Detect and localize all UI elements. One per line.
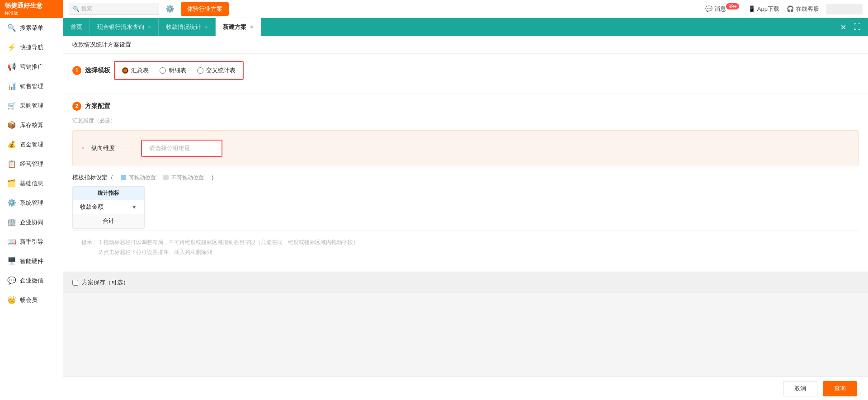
non-draggable-legend: 不可拖动位置 [163,174,204,182]
sidebar-item-label-quicknav: 快捷导航 [20,43,43,52]
step1-header: 1 选择模板 汇总表 明细表 交叉统计表 [72,61,859,80]
wechat-icon: 💬 [7,276,16,285]
draggable-legend: 可拖动位置 [121,174,156,182]
dimension-row: * 纵向维度 —— 请选择分组维度 [82,140,849,157]
template-options: 汇总表 明细表 交叉统计表 [114,61,244,80]
indicator-label-row: 模板指标设定（ 可拖动位置 不可拖动位置 ） [72,174,859,182]
settings-button[interactable]: ⚙️ [164,3,176,15]
sales-icon: 📊 [7,82,16,90]
stat-dropdown-button[interactable]: ▼ [132,204,137,210]
indicator-label-close: ） [211,174,217,182]
sidebar-item-label-hardware: 智能硬件 [20,257,43,265]
enterprise-icon: 🏢 [7,218,16,226]
draggable-label: 可拖动位置 [129,174,156,182]
sidebar-item-label-guide: 新手引导 [20,238,43,246]
sidebar-item-system[interactable]: ⚙️ 系统管理 [0,193,63,212]
tab-home-label: 首页 [71,23,82,31]
stat-table-header: 统计指标 [73,187,144,200]
page-content: 收款情况统计方案设置 1 选择模板 汇总表 明细表 [63,36,868,376]
tab-close-all-button[interactable]: ✕ [839,21,848,33]
stat-table-sum: 合计 [73,214,144,228]
query-button[interactable]: 查询 [823,381,857,396]
stat-table-row-amount[interactable]: 收款金额 ▼ [73,200,144,214]
sidebar-item-wechat[interactable]: 💬 企业微信 [0,271,63,290]
sidebar-item-enterprise[interactable]: 🏢 企业协同 [0,212,63,232]
dimension-label: 汇总维度（必选） [72,117,859,125]
stat-sum-label: 合计 [103,217,114,224]
sidebar-item-finance[interactable]: 💰 资金管理 [0,135,63,154]
step2-header: 2 方案配置 [72,102,859,111]
step1-badge: 1 [72,66,81,75]
dimension-select[interactable]: 请选择分组维度 [141,140,222,157]
step2-title: 方案配置 [85,102,110,110]
tab-receipt-stat-close[interactable]: × [205,24,208,30]
guide-icon: 📖 [7,237,16,246]
sidebar-item-label-finance: 资金管理 [20,141,43,149]
sidebar-item-quicknav[interactable]: ⚡ 快捷导航 [0,38,63,57]
sidebar-item-label-enterprise: 企业协同 [20,218,43,226]
sidebar-item-label-sales: 销售管理 [20,82,43,90]
industry-button[interactable]: 体验行业方案 [181,2,229,16]
tab-cashflow-close[interactable]: × [148,24,151,30]
template-radio-detail[interactable] [160,67,166,74]
download-item[interactable]: 📱 App下载 [748,5,779,13]
app-logo: 畅捷通好生意 标准版 [0,0,63,18]
template-option-summary[interactable]: 汇总表 [122,66,149,75]
template-label-summary: 汇总表 [131,66,149,75]
member-icon: 👑 [7,296,16,304]
sidebar-item-hardware[interactable]: 🖥️ 智能硬件 [0,251,63,271]
service-label: 在线客服 [796,5,819,13]
finance-icon: 💰 [7,140,16,149]
stat-table: 统计指标 收款金额 ▼ 合计 [72,186,145,229]
inventory-icon: 📦 [7,121,16,129]
page-title: 收款情况统计方案设置 [72,41,131,48]
tab-cashflow[interactable]: 现金银行流水查询 × [90,18,159,36]
search-bar[interactable]: 🔍 搜索 [69,3,159,15]
tab-receipt-stat[interactable]: 收款情况统计 × [159,18,216,36]
sidebar-item-member[interactable]: 👑 畅会员 [0,290,63,310]
notification-icon: 💬 [705,5,712,12]
sidebar-item-search[interactable]: 🔍 搜索菜单 [0,18,63,38]
step2-section: 2 方案配置 汇总维度（必选） * 纵向维度 —— 请选择分组维度 [63,94,868,272]
tab-new-plan-close[interactable]: × [250,24,253,30]
tab-maximize-button[interactable]: ⛶ [852,21,863,33]
sidebar-item-operation[interactable]: 📋 经营管理 [0,154,63,174]
tip-2: 2.点击标题栏下拉可设置排序、插入列和删除列 [81,248,850,258]
template-option-cross[interactable]: 交叉统计表 [197,66,236,75]
logo-sub: 标准版 [5,10,42,16]
save-checkbox[interactable] [72,280,78,286]
operation-icon: 📋 [7,160,16,168]
sidebar-item-label-basic: 基础信息 [20,179,43,188]
template-radio-summary[interactable] [122,67,128,74]
cancel-button[interactable]: 取消 [783,381,817,396]
tab-home[interactable]: 首页 [63,18,90,36]
sidebar-item-purchase[interactable]: 🛒 采购管理 [0,96,63,115]
sidebar-item-sales[interactable]: 📊 销售管理 [0,76,63,96]
sidebar-item-label-inventory: 库存核算 [20,121,43,129]
tip-1: 提示： 1.拖动标题栏可以调整布局，不可跨维度或指标区域拖动栏目字段（只能在同一… [81,238,850,248]
sidebar-item-basic[interactable]: 🗂️ 基础信息 [0,174,63,193]
tab-actions: ✕ ⛶ [839,18,868,36]
draggable-dot [121,175,126,180]
stat-table-header-label: 统计指标 [98,190,119,196]
sidebar-item-guide[interactable]: 📖 新手引导 [0,232,63,251]
template-option-detail[interactable]: 明细表 [160,66,186,75]
save-section: 方案保存（可选） [63,272,868,293]
page-title-bar: 收款情况统计方案设置 [63,36,868,54]
download-label: App下载 [757,5,779,13]
tab-receipt-stat-label: 收款情况统计 [166,23,201,31]
service-item[interactable]: 🎧 在线客服 [787,5,819,13]
template-radio-cross[interactable] [197,67,203,74]
tab-new-plan[interactable]: 新建方案 × [216,18,261,36]
non-draggable-dot [163,175,169,180]
sidebar-item-label-wechat: 企业微信 [20,277,43,285]
sidebar-item-inventory[interactable]: 📦 库存核算 [0,115,63,135]
save-label: 方案保存（可选） [82,278,129,287]
sidebar-item-marketing[interactable]: 📢 营销推广 [0,57,63,76]
step2-badge: 2 [72,102,81,111]
notification-item[interactable]: 💬 消息 99+ [705,5,741,13]
user-avatar[interactable] [826,4,863,14]
template-label-cross: 交叉统计表 [206,66,236,75]
tips-section: 提示： 1.拖动标题栏可以调整布局，不可跨维度或指标区域拖动栏目字段（只能在同一… [72,230,859,264]
system-icon: ⚙️ [7,198,16,207]
